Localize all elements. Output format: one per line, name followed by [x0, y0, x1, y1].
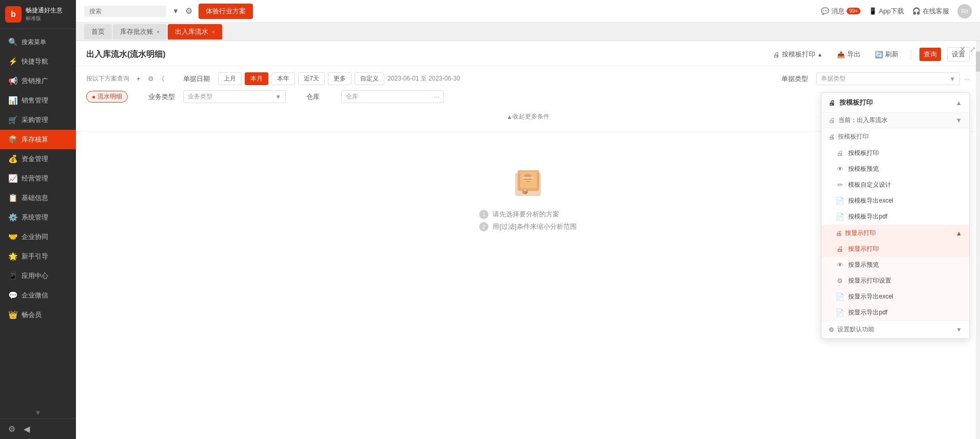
- user-avatar-item[interactable]: Rit: [957, 4, 972, 18]
- doc-type-more-icon[interactable]: ···: [964, 75, 970, 83]
- tab-batch-account-close[interactable]: ×: [156, 29, 160, 35]
- export-label: 导出: [847, 50, 860, 59]
- tab-home[interactable]: 首页: [84, 24, 112, 39]
- settings-footer-icon[interactable]: ⚙: [8, 424, 15, 434]
- sidebar-item-label: 企业微信: [22, 291, 48, 300]
- defaults-section-header[interactable]: ⚙ 设置默认功能 ▼: [821, 321, 969, 338]
- print-template-button[interactable]: 🖨 按模板打印 ▲: [769, 48, 827, 61]
- sidebar-item-basic-info[interactable]: 📋 基础信息: [0, 188, 76, 208]
- warehouse-more-icon[interactable]: ···: [434, 93, 439, 101]
- display-preview-item[interactable]: 👁 按显示预览: [821, 257, 969, 273]
- customer-service-item[interactable]: 🎧 在线客服: [912, 7, 949, 16]
- messages-label: 消息: [831, 7, 845, 16]
- date-btn-last-7-days[interactable]: 近7天: [298, 72, 325, 85]
- scrollbar-thumb[interactable]: [976, 51, 980, 72]
- step-1-text: 请先选择要分析的方案: [493, 210, 559, 219]
- filter-condition-controls: 按以下方案查询 + ⚙ 《: [86, 73, 165, 84]
- display-export-pdf-item[interactable]: 📄 按显示导出pdf: [821, 305, 969, 321]
- template-print-icon: 🖨: [836, 149, 844, 157]
- template-preview-item[interactable]: 👁 按模板预览: [821, 161, 969, 177]
- page-actions: 🖨 按模板打印 ▲ 📤 导出 🔄 刷新 查询 设置: [769, 47, 970, 62]
- display-print-item[interactable]: 🖨 按显示打印: [821, 241, 969, 257]
- query-button[interactable]: 查询: [919, 48, 941, 61]
- display-export-excel-item[interactable]: 📄 按显示导出excel: [821, 289, 969, 305]
- app-title-block: 畅捷通好生意 标准版: [26, 7, 63, 22]
- sidebar-item-members[interactable]: 👑 畅会员: [0, 305, 76, 325]
- warehouse-select[interactable]: 仓库 ···: [341, 90, 444, 103]
- sidebar-scroll-down[interactable]: ▼: [0, 407, 76, 418]
- dropdown-current-arrow[interactable]: ▼: [955, 116, 962, 124]
- app-download-item[interactable]: 📱 App下载: [869, 7, 904, 16]
- display-preview-label: 按显示预览: [848, 261, 879, 269]
- print-icon: 🖨: [773, 51, 780, 58]
- sidebar-footer: ⚙ ◀: [0, 418, 76, 439]
- sidebar-item-app-center[interactable]: 📱 应用中心: [0, 266, 76, 286]
- display-section-header[interactable]: 🖨 按显示打印 ▲: [821, 225, 969, 241]
- sidebar-item-marketing[interactable]: 📢 营销推广: [0, 71, 76, 91]
- template-section-header[interactable]: 🖨 按模板打印: [821, 128, 969, 145]
- doc-type-select[interactable]: 单据类型 ▼: [816, 72, 960, 85]
- template-pdf-icon: 📄: [836, 213, 844, 221]
- sidebar-item-operations[interactable]: 📈 经营管理: [0, 169, 76, 188]
- sidebar-item-search[interactable]: 🔍 搜索菜单: [0, 32, 76, 52]
- business-type-placeholder: 业务类型: [188, 92, 212, 101]
- business-type-select[interactable]: 业务类型 ▼: [183, 90, 286, 103]
- date-btn-last-month[interactable]: 上月: [218, 72, 242, 85]
- sidebar-item-enterprise-wechat[interactable]: 💬 企业微信: [0, 286, 76, 305]
- sidebar-item-label: 资金管理: [22, 154, 48, 164]
- date-btn-custom[interactable]: 自定义: [355, 72, 384, 85]
- export-button[interactable]: 📤 导出: [833, 48, 865, 61]
- collapse-sidebar-icon[interactable]: ◀: [24, 424, 30, 434]
- print-dropdown-panel: 🖨 按模板打印 ▲ 🖨 当前：出入库流水 ▼ 🖨 按模板打印: [821, 92, 970, 339]
- tab-inventory-flow[interactable]: 出入库流水 ×: [168, 24, 222, 39]
- close-window-button[interactable]: ✕: [959, 45, 966, 53]
- template-export-excel-item[interactable]: 📄 按模板导出excel: [821, 193, 969, 209]
- filter-collapse-icon[interactable]: 《: [158, 74, 165, 84]
- sidebar: b 畅捷通好生意 标准版 🔍 搜索菜单 ⚡ 快捷导航 📢 营销推广 📊 销售管理…: [0, 0, 76, 439]
- display-section-arrow: ▲: [956, 230, 962, 237]
- dropdown-header-title: 按模板打印: [839, 98, 873, 107]
- page-title: 出入库流水(流水明细): [86, 49, 166, 60]
- sidebar-item-enterprise[interactable]: 🤝 企业协同: [0, 227, 76, 247]
- date-btn-this-month[interactable]: 本月: [245, 72, 268, 85]
- main-content: ▼ ⚙ 体验行业方案 💬 消息 99+ 📱 App下载 🎧 在线客服 Rit: [76, 0, 980, 439]
- app-title: 畅捷通好生意: [26, 7, 63, 15]
- refresh-icon: 🔄: [875, 51, 883, 58]
- date-btn-more[interactable]: 更多: [328, 72, 351, 85]
- template-export-pdf-item[interactable]: 📄 按模板导出pdf: [821, 209, 969, 225]
- filter-condition-label: 按以下方案查询: [86, 74, 129, 83]
- empty-steps-list: 1 请先选择要分析的方案 2 用[过滤]条件来缩小分析范围: [479, 210, 576, 234]
- sidebar-item-sales[interactable]: 📊 销售管理: [0, 91, 76, 110]
- sidebar-item-system[interactable]: ⚙️ 系统管理: [0, 208, 76, 227]
- topbar-dropdown-arrow[interactable]: ▼: [172, 7, 179, 15]
- sidebar-item-finance[interactable]: 💰 资金管理: [0, 149, 76, 169]
- tab-inventory-flow-close[interactable]: ×: [211, 29, 214, 35]
- doc-type-arrow: ▼: [949, 75, 955, 83]
- empty-illustration: 📦: [507, 163, 548, 204]
- display-print-settings-item[interactable]: ⚙ 按显示打印设置: [821, 273, 969, 289]
- page-scrollbar[interactable]: [976, 41, 980, 439]
- tab-batch-account[interactable]: 库存批次账 ×: [113, 24, 167, 39]
- sidebar-item-label: 基础信息: [22, 193, 48, 203]
- template-print-item[interactable]: 🖨 按模板打印: [821, 145, 969, 161]
- sidebar-item-quick-nav[interactable]: ⚡ 快捷导航: [0, 52, 76, 71]
- maximize-window-button[interactable]: ⤢: [970, 45, 976, 53]
- add-condition-button[interactable]: +: [133, 73, 144, 84]
- date-btn-this-year[interactable]: 本年: [271, 72, 295, 85]
- defaults-section-icon: ⚙: [829, 326, 834, 333]
- dropdown-header-chevron[interactable]: ▲: [955, 99, 962, 107]
- topbar-search-input[interactable]: [84, 6, 166, 17]
- messages-item[interactable]: 💬 消息 99+: [821, 7, 860, 16]
- filter-tag-flow[interactable]: ● 流水明细: [86, 91, 128, 103]
- step-num-2: 2: [479, 222, 488, 231]
- template-custom-item[interactable]: ✏ 模板自定义设计: [821, 177, 969, 193]
- sidebar-item-guide[interactable]: 🌟 新手引导: [0, 247, 76, 266]
- refresh-button[interactable]: 🔄 刷新: [871, 48, 903, 61]
- industry-solution-button[interactable]: 体验行业方案: [199, 4, 253, 19]
- topbar-gear-icon[interactable]: ⚙: [185, 6, 192, 16]
- sidebar-item-inventory[interactable]: 📦 库存核算: [0, 130, 76, 149]
- sidebar-item-label: 企业协同: [22, 232, 48, 242]
- sidebar-item-purchase[interactable]: 🛒 采购管理: [0, 110, 76, 130]
- filter-settings-icon[interactable]: ⚙: [148, 75, 154, 83]
- date-range-display: 2023-06-01 至 2023-06-30: [387, 74, 460, 83]
